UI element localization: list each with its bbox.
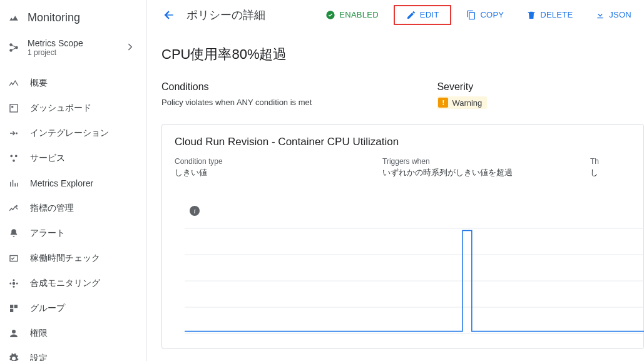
nav-permissions[interactable]: 権限 — [0, 321, 146, 346]
nav-alerting[interactable]: アラート — [0, 221, 146, 246]
nav-label: インテグレーション — [30, 128, 109, 139]
delete-label: DELETE — [540, 10, 573, 19]
nav-label: 権限 — [30, 328, 48, 339]
nav-label: ダッシュボード — [30, 103, 91, 114]
condition-card: Cloud Run Revision - Container CPU Utili… — [161, 124, 644, 349]
synthetic-icon — [8, 277, 20, 290]
delete-button[interactable]: DELETE — [519, 5, 580, 25]
nav-metrics-management[interactable]: 指標の管理 — [0, 196, 146, 221]
svg-point-19 — [12, 330, 16, 333]
nav-synthetic[interactable]: 合成モニタリング — [0, 271, 146, 296]
enabled-toggle[interactable]: ENABLED — [318, 5, 386, 25]
svg-point-12 — [9, 283, 11, 285]
nav-metrics-explorer[interactable]: Metrics Explorer — [0, 171, 146, 196]
nav-services[interactable]: サービス — [0, 146, 146, 171]
svg-point-1 — [9, 49, 13, 52]
severity-badge: ! Warning — [437, 96, 487, 109]
svg-rect-4 — [11, 106, 13, 108]
person-icon — [8, 327, 20, 340]
pencil-icon — [406, 10, 416, 20]
svg-point-2 — [15, 46, 18, 49]
nav-label: サービス — [30, 153, 65, 164]
condition-title: Cloud Run Revision - Container CPU Utili… — [175, 136, 631, 148]
nav-uptime[interactable]: 稼働時間チェック — [0, 246, 146, 271]
condition-threshold-value: し — [590, 167, 628, 178]
nav-label: グループ — [30, 303, 65, 314]
copy-button[interactable]: COPY — [459, 5, 511, 25]
nav-overview[interactable]: 概要 — [0, 71, 146, 96]
condition-type-label: Condition type — [175, 157, 382, 166]
condition-type-value: しきい値 — [175, 167, 382, 178]
svg-point-7 — [15, 155, 18, 157]
nav-settings[interactable]: 設定 — [0, 346, 146, 361]
chart-gridlines — [185, 228, 644, 333]
nav-label: 概要 — [30, 78, 48, 89]
enabled-label: ENABLED — [339, 10, 378, 19]
svg-point-8 — [13, 160, 15, 162]
conditions-description: Policy violates when ANY condition is me… — [161, 98, 312, 107]
nav-label: 合成モニタリング — [30, 278, 100, 289]
conditions-section: Conditions Policy violates when ANY cond… — [161, 81, 312, 109]
condition-trigger-col: Triggers when いずれかの時系列がしきい値を超過 — [382, 157, 590, 178]
services-icon — [8, 152, 20, 165]
scope-icon — [8, 41, 20, 54]
edit-label: EDIT — [420, 10, 439, 19]
svg-point-5 — [16, 133, 18, 135]
svg-point-15 — [13, 286, 15, 288]
svg-point-6 — [10, 155, 13, 157]
nav-groups[interactable]: グループ — [0, 296, 146, 321]
svg-point-14 — [13, 279, 15, 281]
warning-icon: ! — [438, 98, 448, 108]
copy-label: COPY — [480, 10, 504, 19]
svg-point-13 — [16, 283, 18, 285]
condition-trigger-value: いずれかの時系列がしきい値を超過 — [382, 167, 590, 178]
conditions-heading: Conditions — [161, 81, 312, 93]
nav-integrations[interactable]: インテグレーション — [0, 121, 146, 146]
groups-icon — [8, 302, 20, 315]
dashboards-icon — [8, 102, 20, 114]
metrics-scope-selector[interactable]: Metrics Scope 1 project — [0, 33, 146, 64]
monitoring-product-icon — [8, 12, 20, 24]
nav-label: 稼働時間チェック — [30, 253, 100, 264]
uptime-icon — [8, 252, 20, 265]
nav: 概要 ダッシュボード インテグレーション サービス Metrics Explor… — [0, 71, 146, 361]
scope-text: Metrics Scope 1 project — [28, 38, 83, 57]
svg-point-11 — [13, 282, 16, 285]
svg-rect-17 — [14, 305, 18, 308]
nav-label: 設定 — [30, 353, 48, 361]
condition-type-col: Condition type しきい値 — [175, 157, 382, 178]
conditions-severity-row: Conditions Policy violates when ANY cond… — [161, 81, 644, 109]
chart — [185, 228, 644, 335]
nav-dashboards[interactable]: ダッシュボード — [0, 96, 146, 121]
severity-heading: Severity — [437, 81, 487, 93]
trash-icon — [526, 10, 536, 20]
back-button[interactable] — [159, 5, 179, 25]
svg-rect-18 — [10, 309, 13, 312]
condition-meta: Condition type しきい値 Triggers when いずれかの時… — [175, 157, 631, 178]
check-circle-icon — [325, 10, 335, 20]
chevron-right-icon — [125, 41, 136, 54]
json-button[interactable]: JSON — [588, 5, 639, 25]
svg-point-9 — [16, 205, 18, 207]
svg-point-0 — [9, 43, 13, 46]
copy-icon — [466, 10, 476, 20]
nav-label: アラート — [30, 228, 65, 239]
metrics-explorer-icon — [8, 177, 20, 190]
nav-label: 指標の管理 — [30, 203, 74, 214]
scope-subtitle: 1 project — [28, 48, 83, 57]
product-title: Monitoring — [28, 11, 80, 24]
edit-button[interactable]: EDIT — [394, 5, 452, 25]
sidebar-header: Monitoring — [0, 3, 146, 33]
topbar: ポリシーの詳細 ENABLED EDIT COPY DELETE JSON — [146, 0, 644, 30]
download-icon — [595, 10, 605, 20]
condition-trigger-label: Triggers when — [382, 157, 590, 166]
condition-threshold-label: Th — [590, 157, 628, 166]
page-title: ポリシーの詳細 — [187, 8, 265, 23]
scope-title: Metrics Scope — [28, 38, 83, 48]
svg-rect-16 — [10, 305, 13, 308]
svg-rect-3 — [10, 104, 18, 112]
sidebar: Monitoring Metrics Scope 1 project 概要 ダッ… — [0, 0, 146, 361]
policy-name: CPU使用率80%超過 — [161, 45, 644, 64]
content: CPU使用率80%超過 Conditions Policy violates w… — [146, 30, 644, 349]
info-icon[interactable]: i — [190, 206, 200, 216]
